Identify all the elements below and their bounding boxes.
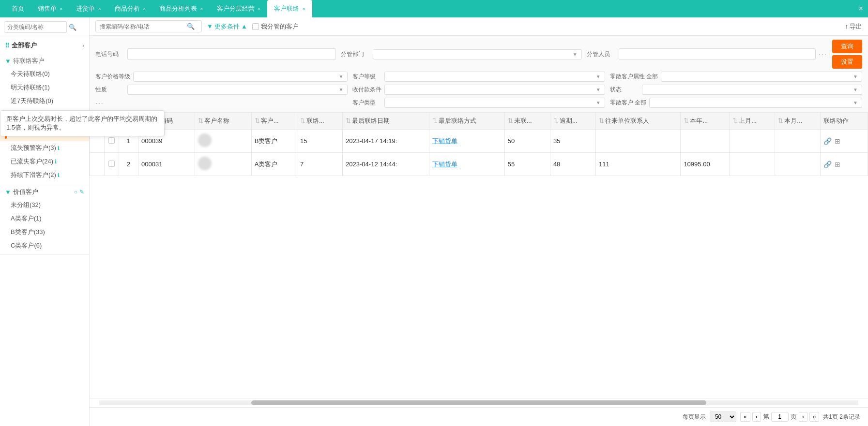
row2-uncontacted: 55: [504, 153, 550, 176]
query-button[interactable]: 查询: [832, 40, 862, 53]
pending-contact-group[interactable]: ▼ 待联络客户: [0, 54, 89, 67]
nav-customer-contact-close[interactable]: ×: [302, 6, 305, 12]
th-last-method[interactable]: ⇅最后联络方式: [429, 113, 504, 130]
chevron-down-icon-5: ▼: [338, 87, 343, 92]
nav-customer-contact[interactable]: 客户联络 ×: [267, 0, 312, 17]
row2-code: 000031: [138, 153, 195, 176]
th-overdue[interactable]: ⇅逾期...: [550, 113, 595, 130]
more-icon[interactable]: ···: [819, 50, 827, 58]
sidebar-content: ⠿ 全部客户 › ▼ 待联络客户 今天待联络(0) 明天待联络(1) 近7天待联…: [0, 37, 89, 426]
filter-payment-select[interactable]: ▼: [384, 85, 605, 95]
nav-purchase-close[interactable]: ×: [98, 6, 101, 12]
th-uncontacted[interactable]: ⇅未联...: [504, 113, 550, 130]
per-page-select[interactable]: 50 100 200: [710, 411, 736, 422]
row1-grid-icon[interactable]: ⊞: [835, 137, 840, 145]
last-page-btn[interactable]: »: [809, 412, 820, 422]
filter-phone: 电话号码: [95, 48, 336, 60]
circle-icon[interactable]: ○: [74, 189, 77, 195]
th-this-year[interactable]: ⇅本年...: [681, 113, 730, 130]
sidebar-item-tomorrow[interactable]: 明天待联络(1): [0, 81, 89, 94]
filter-phone-input[interactable]: [127, 48, 336, 60]
sidebar-item-churned[interactable]: 已流失客户(24) ℹ: [0, 155, 89, 168]
extra-more-icon[interactable]: ···: [95, 99, 104, 107]
nav-sales[interactable]: 销售单 ×: [31, 0, 69, 17]
sidebar-item-a-class[interactable]: A类客户(1): [0, 212, 89, 225]
export-button[interactable]: ↑ 导出: [845, 22, 863, 31]
next-page-btn[interactable]: ›: [799, 412, 807, 422]
sidebar-item-ungrouped[interactable]: 未分组(32): [0, 198, 89, 212]
edit-icon[interactable]: ✎: [79, 189, 84, 195]
filter-row-2: 客户价格等级 ▼ 客户等级 ▼ 零散客户属性 全部: [95, 72, 862, 82]
filter-ctype-label: 客户类型: [352, 99, 381, 107]
nav-customer-tier-close[interactable]: ×: [258, 6, 260, 12]
sidebar-item-declining[interactable]: 持续下滑客户(2) ℹ: [0, 168, 89, 182]
row2-link-icon[interactable]: 🔗: [823, 161, 832, 168]
nav-product-analysis-close[interactable]: ×: [143, 6, 146, 12]
filter-level-select[interactable]: ▼: [384, 72, 605, 82]
sidebar-search-icon[interactable]: 🔍: [69, 24, 76, 31]
search-icon[interactable]: 🔍: [187, 23, 195, 30]
table-area[interactable]: ⚙ ⇅客户编码 ⇅客户名称 ⇅客户... ⇅联络... ⇅最后联络日期 ⇅最后联…: [90, 112, 868, 398]
filter-retail-attr-select[interactable]: ▼: [661, 72, 862, 82]
nav-product-list-close[interactable]: ×: [200, 6, 203, 12]
filter-status-select[interactable]: ▼: [642, 85, 862, 95]
sidebar-item-7days[interactable]: 近7天待联络(0): [0, 94, 89, 108]
first-page-btn[interactable]: «: [740, 412, 750, 422]
row2-last-method[interactable]: 下销货单: [429, 153, 504, 176]
table-header-row: ⚙ ⇅客户编码 ⇅客户名称 ⇅客户... ⇅联络... ⇅最后联络日期 ⇅最后联…: [90, 113, 868, 130]
row1-last-month: [730, 130, 775, 153]
th-type[interactable]: ⇅客户...: [251, 113, 297, 130]
nav-purchase[interactable]: 进货单 ×: [69, 0, 107, 17]
row1-this-year: [681, 130, 730, 153]
nav-product-analysis-list[interactable]: 商品分析列表 ×: [152, 0, 210, 17]
filter-row-1: 电话号码 分管部门 ▼ 分管人员 ··· 查询 设置: [95, 40, 862, 69]
more-filter-btn[interactable]: ▼ 更多条件 ▲: [207, 22, 247, 31]
scrollbar-thumb[interactable]: [251, 400, 707, 405]
sidebar-item-b-class[interactable]: B类客户(33): [0, 225, 89, 239]
sidebar-search-input[interactable]: [4, 21, 67, 33]
filter-icon: ▼: [207, 23, 213, 30]
filter-dept-select[interactable]: ▼: [373, 49, 581, 59]
pagination-footer: 每页显示 50 100 200 « ‹ 第 页 › » 共1页 2条记录: [90, 407, 868, 426]
th-last-month[interactable]: ⇅上月...: [730, 113, 775, 130]
sidebar-collapse-icon[interactable]: ›: [82, 43, 84, 48]
row1-company-contact: [596, 130, 681, 153]
search-input[interactable]: [100, 23, 187, 30]
filter-ctype-select[interactable]: ▼: [384, 98, 605, 108]
row1-link-icon[interactable]: 🔗: [823, 137, 832, 145]
sidebar-item-today[interactable]: 今天待联络(0): [0, 67, 89, 81]
value-customers-group[interactable]: ▼ 价值客户 ○ ✎: [0, 185, 89, 198]
my-customer-checkbox[interactable]: 我分管的客户: [252, 22, 299, 31]
horizontal-scrollbar[interactable]: [99, 400, 858, 405]
sidebar-all-customers[interactable]: ⠿ 全部客户 ›: [0, 37, 89, 54]
row2-grid-icon[interactable]: ⊞: [835, 161, 840, 168]
sidebar-item-c-class[interactable]: C类客户(6): [0, 239, 89, 252]
total-records: 共1页 2条记录: [823, 413, 860, 421]
row1-contact: 15: [297, 130, 342, 153]
nav-product-analysis[interactable]: 商品分析 ×: [108, 0, 152, 17]
sidebar-item-churn-warning[interactable]: 流失预警客户(3) ℹ: [0, 141, 89, 155]
prev-page-btn[interactable]: ‹: [752, 412, 761, 422]
filter-retail-select[interactable]: ▼: [649, 98, 862, 108]
value-customers-section: ▼ 价值客户 ○ ✎ 未分组(32) A类客户(1) B类客户(33): [0, 185, 89, 255]
th-company-contact[interactable]: ⇅往来单位联系人: [596, 113, 681, 130]
filter-manager-input[interactable]: [619, 48, 816, 60]
th-action: 联络动作: [821, 113, 868, 130]
nav-customer-tier[interactable]: 客户分层经营 ×: [210, 0, 267, 17]
th-this-month[interactable]: ⇅本月...: [775, 113, 821, 130]
page-number-input[interactable]: [771, 412, 789, 422]
nav-home[interactable]: 首页: [5, 0, 31, 17]
row1-last-method[interactable]: 下销货单: [429, 130, 504, 153]
filter-price-select[interactable]: ▼: [133, 72, 348, 82]
window-close-button[interactable]: ×: [859, 4, 863, 13]
th-contact[interactable]: ⇅联络...: [297, 113, 342, 130]
row2-check[interactable]: [105, 153, 119, 176]
th-last-date[interactable]: ⇅最后联络日期: [343, 113, 429, 130]
th-name[interactable]: ⇅客户名称: [195, 113, 251, 130]
filter-nature-select[interactable]: ▼: [127, 85, 348, 95]
tooltip: 距客户上次交易时长，超过了此客户的平均交易周期的1.5倍，则视为异常。: [90, 110, 165, 136]
filter-nature-label: 性质: [95, 86, 124, 94]
nav-sales-close[interactable]: ×: [60, 6, 62, 12]
filter-phone-label: 电话号码: [95, 50, 124, 59]
set-button[interactable]: 设置: [832, 55, 862, 69]
